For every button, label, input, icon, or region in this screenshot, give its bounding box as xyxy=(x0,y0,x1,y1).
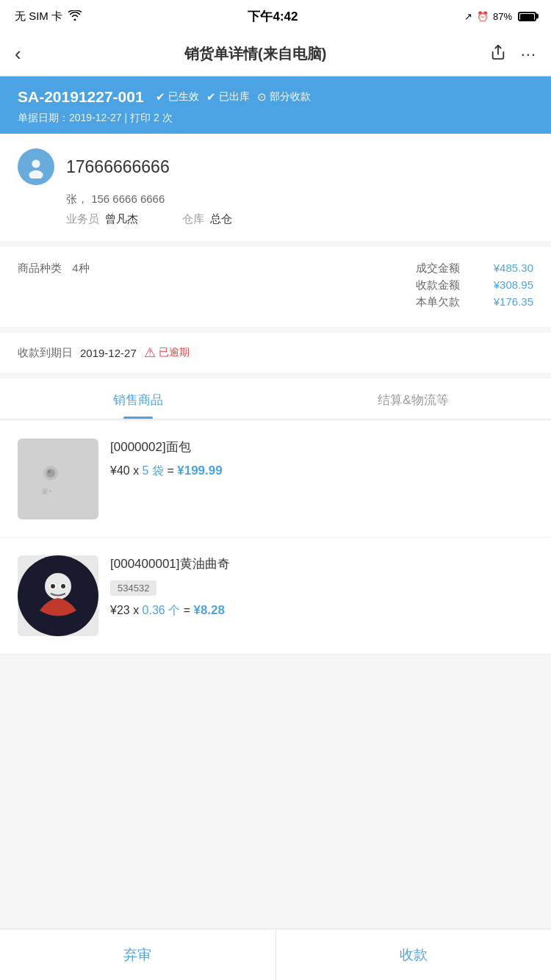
payment-line: 收款金额 ¥308.95 xyxy=(416,278,533,292)
customer-mobile: 156 6666 6666 xyxy=(91,192,165,205)
price-unit-2: 个 xyxy=(168,604,180,616)
product-item-2: [000400001]黄油曲奇 534532 ¥23 x 0.36 个 = ¥8… xyxy=(0,538,551,655)
tab-settlement-label: 结算&物流等 xyxy=(378,393,448,407)
salesperson-item: 业务员 曾凡杰 xyxy=(66,212,138,226)
status-icons: ↗ ⏰ 87% xyxy=(464,11,536,22)
due-date-label: 收款到期日 xyxy=(18,346,73,360)
order-date-label: 单据日期：2019-12-27 xyxy=(18,112,122,123)
payment-value: ¥308.95 xyxy=(475,278,533,292)
svg-point-13 xyxy=(61,584,65,588)
price-qty-2: 0.36 xyxy=(143,604,165,616)
debt-label: 本单欠款 xyxy=(416,295,460,309)
price-total-1: ¥199.99 xyxy=(177,464,222,478)
product-info-2: [000400001]黄油曲奇 534532 ¥23 x 0.36 个 = ¥8… xyxy=(110,555,533,636)
price-x-1: x xyxy=(133,464,142,477)
battery-icon xyxy=(518,12,536,21)
payment-label: 收款金额 xyxy=(416,278,460,292)
debt-value: ¥176.35 xyxy=(475,295,533,309)
svg-text:蒙+: 蒙+ xyxy=(42,488,52,495)
tabs-container: 销售商品 结算&物流等 xyxy=(0,378,551,419)
tab-products[interactable]: 销售商品 xyxy=(0,378,276,419)
due-date-card: 收款到期日 2019-12-27 ⚠ 已逾期 xyxy=(0,333,551,372)
category-value: 4种 xyxy=(72,262,89,274)
price-unit-1: 袋 xyxy=(152,464,164,477)
more-icon[interactable]: ··· xyxy=(521,45,536,64)
salesperson-label: 业务员 xyxy=(66,212,99,226)
warehouse-label: 仓库 xyxy=(182,212,204,226)
back-button[interactable]: ‹ xyxy=(15,43,21,65)
badge-effective-label: 已生效 xyxy=(168,90,199,104)
product-sku-2: 534532 xyxy=(110,580,156,596)
order-id: SA-20191227-001 xyxy=(18,88,144,106)
warehouse-item: 仓库 总仓 xyxy=(182,212,232,226)
stats-amounts: 成交金额 ¥485.30 收款金额 ¥308.95 本单欠款 ¥176.35 xyxy=(416,262,533,312)
svg-point-2 xyxy=(32,159,40,167)
svg-point-12 xyxy=(51,584,55,588)
price-x-2: x xyxy=(133,604,142,616)
category-label: 商品种类 xyxy=(18,262,62,274)
price-eq-1: = xyxy=(167,464,177,477)
check-icon-1: ✔ xyxy=(156,90,165,104)
price-eq-2: = xyxy=(184,604,194,616)
location-icon: ↗ xyxy=(464,11,472,22)
wifi-icon xyxy=(68,10,82,23)
battery-percent: 87% xyxy=(493,11,512,22)
stats-category: 商品种类 4种 xyxy=(18,262,90,275)
tab-products-label: 销售商品 xyxy=(113,393,163,407)
customer-card: 17666666666 张， 156 6666 6666 业务员 曾凡杰 仓库 … xyxy=(0,134,551,241)
share-icon[interactable] xyxy=(490,44,506,64)
stats-row: 商品种类 4种 成交金额 ¥485.30 收款金额 ¥308.95 本单欠款 ¥… xyxy=(18,262,533,312)
badge-partial-label: 部分收款 xyxy=(270,90,311,104)
product-name-1: [0000002]面包 xyxy=(110,439,533,456)
cancel-review-button[interactable]: 弃审 xyxy=(0,929,276,980)
overdue-icon: ⚠ xyxy=(144,345,156,361)
products-section: 蒙+ [0000002]面包 ¥40 x 5 袋 = ¥199.99 xyxy=(0,421,551,655)
product-info-1: [0000002]面包 ¥40 x 5 袋 = ¥199.99 xyxy=(110,439,533,519)
order-date-info: 单据日期：2019-12-27 | 打印 2 次 xyxy=(18,112,533,125)
page-title: 销货单详情(来自电脑) xyxy=(184,44,326,64)
customer-phone: 17666666666 xyxy=(66,157,170,177)
transaction-label: 成交金额 xyxy=(416,262,460,275)
transaction-value: ¥485.30 xyxy=(475,262,533,275)
customer-name-mobile: 张， 156 6666 6666 xyxy=(66,192,533,206)
nav-bar: ‹ 销货单详情(来自电脑) ··· xyxy=(0,32,551,76)
product-item-1: 蒙+ [0000002]面包 ¥40 x 5 袋 = ¥199.99 xyxy=(0,421,551,538)
check-icon-2: ✔ xyxy=(206,90,216,104)
banner-top-row: SA-20191227-001 ✔ 已生效 ✔ 已出库 ⊙ 部分收款 xyxy=(18,88,533,106)
carrier-text: 无 SIM 卡 xyxy=(15,10,62,24)
price-total-2: ¥8.28 xyxy=(193,603,225,617)
product-thumb-1: 蒙+ xyxy=(18,439,98,519)
order-header-banner: SA-20191227-001 ✔ 已生效 ✔ 已出库 ⊙ 部分收款 单据日期：… xyxy=(0,76,551,134)
overdue-badge: ⚠ 已逾期 xyxy=(144,345,190,361)
transaction-line: 成交金额 ¥485.30 xyxy=(416,262,533,275)
badge-partial-payment: ⊙ 部分收款 xyxy=(257,90,311,104)
collect-payment-button[interactable]: 收款 xyxy=(276,929,552,980)
badge-shipped: ✔ 已出库 xyxy=(206,90,250,104)
price-qty-1: 5 xyxy=(143,464,149,477)
overdue-text: 已逾期 xyxy=(159,346,190,359)
badge-effective: ✔ 已生效 xyxy=(156,90,199,104)
product-price-2: ¥23 x 0.36 个 = ¥8.28 xyxy=(110,603,533,619)
customer-avatar xyxy=(18,148,54,185)
warehouse-value: 总仓 xyxy=(210,212,232,226)
action-bar: 弃审 收款 xyxy=(0,929,551,980)
price-base-1: ¥40 xyxy=(110,464,130,477)
customer-meta: 业务员 曾凡杰 仓库 总仓 xyxy=(66,212,533,226)
salesperson-value: 曾凡杰 xyxy=(105,212,138,226)
product-name-2: [000400001]黄油曲奇 xyxy=(110,555,533,573)
customer-row: 17666666666 xyxy=(18,148,533,185)
svg-point-6 xyxy=(48,470,51,473)
svg-point-5 xyxy=(46,469,55,478)
customer-name-text: 张 xyxy=(66,192,77,205)
tab-settlement[interactable]: 结算&物流等 xyxy=(276,378,551,419)
status-time: 下午4:42 xyxy=(248,8,298,25)
order-separator: | xyxy=(125,112,131,123)
clock-icon: ⊙ xyxy=(257,90,267,104)
stats-card: 商品种类 4种 成交金额 ¥485.30 收款金额 ¥308.95 本单欠款 ¥… xyxy=(0,247,551,327)
nav-actions: ··· xyxy=(490,44,536,64)
badge-shipped-label: 已出库 xyxy=(219,90,250,104)
debt-line: 本单欠款 ¥176.35 xyxy=(416,295,533,309)
alarm-icon: ⏰ xyxy=(477,11,489,22)
product-price-1: ¥40 x 5 袋 = ¥199.99 xyxy=(110,464,533,479)
status-badges: ✔ 已生效 ✔ 已出库 ⊙ 部分收款 xyxy=(156,90,311,104)
